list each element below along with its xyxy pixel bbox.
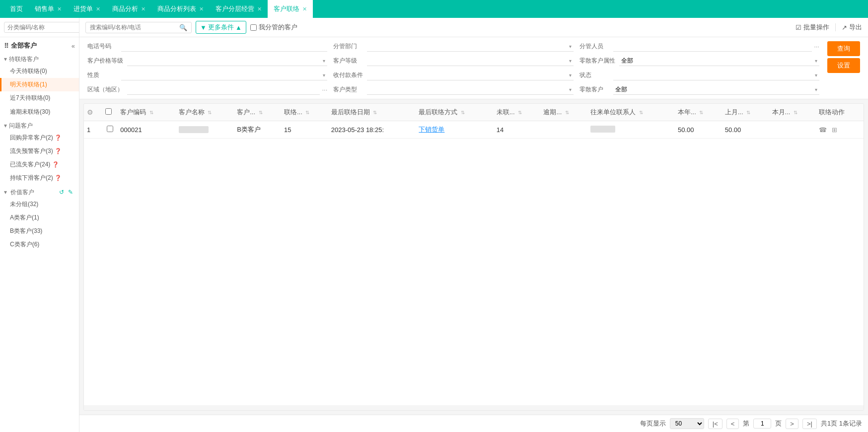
column-settings-icon[interactable]: ⚙ [87, 108, 93, 116]
customer-type-select[interactable] [367, 84, 573, 94]
col-customer-name: 客户名称 ⇅ [176, 104, 234, 121]
sort-name-icon[interactable]: ⇅ [208, 110, 212, 115]
divider [835, 23, 836, 31]
nav-home[interactable]: 首页 [4, 0, 29, 18]
sidebar-item-class-a[interactable]: A类客户(1) [0, 211, 79, 224]
all-customers-header[interactable]: ⠿ 全部客户 « [0, 37, 79, 52]
status-select[interactable] [613, 70, 819, 80]
nature-select[interactable] [121, 70, 327, 80]
nav-customer-layer[interactable]: 客户分层经营 ✕ [210, 0, 268, 18]
sidebar-item-7days[interactable]: 近7天待联络(0) [0, 91, 79, 105]
group-problem-customers[interactable]: 问题客户 [0, 119, 79, 131]
filter-status: 状态 ▾ [579, 70, 819, 80]
sidebar-item-today[interactable]: 今天待联络(0) [0, 65, 79, 78]
manager-input[interactable] [613, 41, 812, 52]
close-product-analysis-icon[interactable]: ✕ [141, 6, 145, 12]
batch-op-button[interactable]: ☑ 批量操作 [796, 23, 829, 32]
filter-customer-type: 客户类型 ▾ [333, 84, 573, 95]
group-pending-contact[interactable]: 待联络客户 [0, 52, 79, 65]
sort-type-icon[interactable]: ⇅ [259, 110, 263, 115]
nav-product-analysis-list[interactable]: 商品分析列表 ✕ [151, 0, 210, 18]
row-seq: 1 [84, 121, 102, 139]
sidebar-item-declining[interactable]: 持续下滑客户(2) ❓ [0, 171, 79, 185]
close-customer-layer-icon[interactable]: ✕ [257, 6, 262, 12]
sort-this-month-icon[interactable]: ⇅ [794, 110, 797, 115]
last-page-button[interactable]: >| [802, 419, 817, 429]
toolbar-search-icon[interactable]: 🔍 [179, 24, 187, 31]
collapse-icon[interactable]: « [72, 42, 75, 50]
refresh-icon[interactable]: ↺ [59, 189, 64, 196]
group-value-customers[interactable]: 价值客户 ↺ ✎ [0, 185, 79, 198]
action-contact-icon[interactable]: ☎ [819, 126, 827, 134]
filter-row-4: 区域（地区） ··· 客户类型 ▾ 零散客户 [87, 84, 819, 95]
sidebar-search-area: 🔍 [0, 18, 79, 37]
region-input[interactable] [127, 84, 320, 95]
sidebar-search-input[interactable] [4, 22, 79, 33]
sort-no-contact-icon[interactable]: ⇅ [518, 110, 522, 115]
sidebar-item-class-c[interactable]: C类客户(6) [0, 238, 79, 251]
page-input[interactable] [753, 419, 771, 429]
sidebar-item-churn-warning[interactable]: 流失预警客户(3) ❓ [0, 144, 79, 158]
filter-row-3: 性质 ▾ 收付款条件 ▾ [87, 70, 819, 80]
close-product-list-icon[interactable]: ✕ [199, 6, 204, 12]
phone-input[interactable] [121, 41, 327, 52]
sidebar-item-tomorrow[interactable]: 明天待联络(1) [0, 78, 79, 91]
sidebar-item-overdue[interactable]: 逾期未联络(30) [0, 105, 79, 119]
col-last-contact-method: 最后联络方式 ⇅ [416, 104, 493, 121]
close-customer-contact-icon[interactable]: ✕ [302, 6, 307, 12]
set-button[interactable]: 设置 [827, 58, 860, 73]
select-all-checkbox[interactable] [105, 108, 112, 115]
dept-select-wrap: ▾ [367, 41, 573, 52]
customer-level-select[interactable] [367, 56, 573, 66]
manager-dots-icon[interactable]: ··· [814, 43, 819, 50]
row-checkbox[interactable] [107, 126, 113, 132]
dept-select[interactable] [367, 41, 573, 51]
sort-company-contacts-icon[interactable]: ⇅ [639, 110, 643, 115]
sort-this-year-icon[interactable]: ⇅ [699, 110, 703, 115]
sort-code-icon[interactable]: ⇅ [149, 110, 153, 115]
next-page-button[interactable]: > [786, 419, 798, 429]
first-page-button[interactable]: |< [708, 419, 723, 429]
search-input[interactable] [90, 24, 179, 31]
my-customer-checkbox-area: 我分管的客户 [250, 23, 297, 32]
grid-icon: ⠿ [4, 42, 9, 50]
horizontal-scrollbar[interactable] [84, 405, 864, 410]
nav-purchase[interactable]: 进货单 ✕ [68, 0, 106, 18]
sort-method-icon[interactable]: ⇅ [461, 110, 465, 115]
contact-method-link[interactable]: 下销货单 [419, 126, 444, 133]
filter-scatter-customer: 零散客户 全部 ▾ [579, 84, 819, 95]
sort-overdue-icon[interactable]: ⇅ [565, 110, 569, 115]
sidebar-item-class-b[interactable]: B类客户(33) [0, 224, 79, 238]
per-page-select[interactable]: 50 100 200 [670, 418, 704, 429]
sidebar-item-churned[interactable]: 已流失客户(24) ❓ [0, 158, 79, 171]
sort-last-month-icon[interactable]: ⇅ [746, 110, 750, 115]
nav-customer-contact[interactable]: 客户联络 ✕ [268, 0, 313, 18]
nav-sales[interactable]: 销售单 ✕ [29, 0, 68, 18]
scatter-customer-select[interactable]: 全部 [613, 84, 819, 94]
sidebar-item-ungrouped[interactable]: 未分组(32) [0, 198, 79, 211]
filter-customer-level: 客户等级 ▾ [333, 56, 573, 66]
nav-product-analysis[interactable]: 商品分析 ✕ [106, 0, 151, 18]
sidebar-item-repurchase-abnormal[interactable]: 回购异常客户(2) ❓ [0, 131, 79, 144]
payment-select[interactable] [367, 70, 573, 80]
action-grid-icon[interactable]: ⊞ [832, 126, 837, 134]
query-button[interactable]: 查询 [827, 41, 860, 56]
row-overdue [540, 121, 587, 139]
table-scroll[interactable]: ⚙ 客户编码 ⇅ 客户名称 ⇅ [84, 104, 864, 405]
sort-last-date-icon[interactable]: ⇅ [373, 110, 377, 115]
scatter-attr-select[interactable]: 全部 [619, 56, 819, 66]
region-dots-icon[interactable]: ··· [322, 86, 327, 93]
col-customer-type: 客户... ⇅ [234, 104, 281, 121]
my-customer-checkbox[interactable] [250, 24, 257, 31]
more-filter-button[interactable]: ▼ 更多条件 ▲ [196, 21, 246, 34]
export-button[interactable]: ↗ 导出 [842, 23, 862, 32]
sort-contact-icon[interactable]: ⇅ [305, 110, 309, 115]
close-sales-icon[interactable]: ✕ [57, 6, 62, 12]
price-level-select[interactable] [127, 56, 327, 66]
col-no-contact: 未联... ⇅ [494, 104, 541, 121]
edit-icon[interactable]: ✎ [68, 189, 73, 196]
close-purchase-icon[interactable]: ✕ [96, 6, 100, 12]
filter-price-level: 客户价格等级 ▾ [87, 56, 327, 66]
prev-page-button[interactable]: < [726, 419, 739, 429]
row-this-year: 50.00 [675, 121, 722, 139]
